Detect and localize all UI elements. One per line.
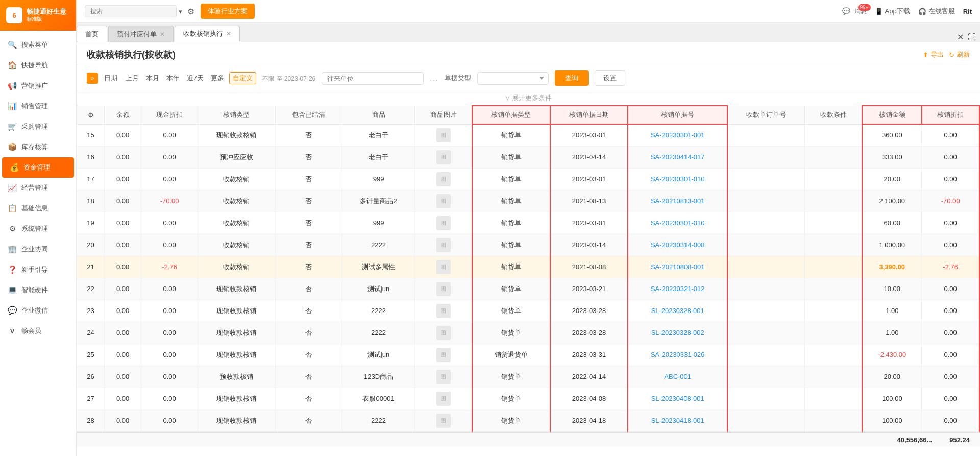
sidebar-label-quick-nav: 快捷导航 xyxy=(21,61,48,70)
cell-cancel-amount: 2,100.00 xyxy=(862,190,922,212)
cell-id: 26 xyxy=(77,366,105,388)
date-opt-this-month[interactable]: 本月 xyxy=(144,73,161,84)
tab-home[interactable]: 首页 xyxy=(77,26,107,42)
purchase-icon: 🛒 xyxy=(7,122,17,132)
cell-bill-cancel-no[interactable]: SA-20230321-012 xyxy=(628,278,727,300)
cell-bill-cancel-no[interactable]: SA-20230314-008 xyxy=(628,234,727,256)
cell-collection-condition xyxy=(805,410,862,431)
sidebar-item-finance[interactable]: 💰 资金管理 xyxy=(2,157,74,178)
date-opt-custom[interactable]: 自定义 xyxy=(229,72,256,84)
cell-bill-cancel-no[interactable]: SA-20210813-001 xyxy=(628,190,727,212)
cell-include-cleared: 否 xyxy=(275,410,342,431)
gear-icon[interactable]: ⚙ xyxy=(187,7,194,16)
cell-collection-condition xyxy=(805,388,862,410)
cell-bill-cancel-no[interactable]: SA-20230301-010 xyxy=(628,212,727,234)
table-row: 15 0.00 0.00 现销收款核销 否 老白干 图 销货单 2023-03-… xyxy=(77,124,980,146)
dropdown-arrow-icon[interactable]: ▾ xyxy=(179,8,182,15)
cell-cancel-discount: 0.00 xyxy=(922,278,979,300)
bill-type-select[interactable] xyxy=(477,72,549,85)
query-button[interactable]: 查询 xyxy=(555,70,589,86)
sidebar-item-marketing[interactable]: 📢 营销推广 xyxy=(0,76,76,96)
tab-advance[interactable]: 预付冲应付单 ✕ xyxy=(108,26,174,42)
cell-cancel-discount: -70.00 xyxy=(922,190,979,212)
cell-cancel-type: 收款核销 xyxy=(198,212,275,234)
sidebar-label-search: 搜索菜单 xyxy=(21,40,48,50)
cell-cancel-discount: 0.00 xyxy=(922,300,979,322)
sidebar-item-hardware[interactable]: 💻 智能硬件 xyxy=(0,280,76,300)
tab-collection[interactable]: 收款核销执行 ✕ xyxy=(175,26,240,42)
cell-cancel-discount: 0.00 xyxy=(922,146,979,168)
cell-bill-cancel-no[interactable]: SA-20230331-026 xyxy=(628,344,727,366)
date-opt-last-month[interactable]: 上月 xyxy=(124,73,141,84)
cell-bill-cancel-no[interactable]: SA-20230301-001 xyxy=(628,124,727,146)
cell-bill-cancel-no[interactable]: SA-20230301-010 xyxy=(628,168,727,190)
cell-collection-condition xyxy=(805,322,862,344)
cell-id: 24 xyxy=(77,322,105,344)
sidebar-item-search[interactable]: 🔍 搜索菜单 xyxy=(0,35,76,55)
sidebar-item-inventory[interactable]: 📦 库存核算 xyxy=(0,137,76,157)
cell-cancel-amount: 60.00 xyxy=(862,212,922,234)
sidebar-item-base-info[interactable]: 📋 基础信息 xyxy=(0,198,76,219)
cell-bill-cancel-no[interactable]: SA-20230414-017 xyxy=(628,146,727,168)
cell-id: 17 xyxy=(77,168,105,190)
cell-goods-image: 图 xyxy=(415,124,472,146)
cell-bill-cancel-type: 销货单 xyxy=(472,278,550,300)
close-window-button[interactable]: ✕ xyxy=(957,32,964,42)
online-service-button[interactable]: 🎧 在线客服 xyxy=(918,7,955,16)
data-table-container[interactable]: ⚙ 余额 现金折扣 核销类型 包含已结清 商品 商品图片 核销单据类型 核销单据… xyxy=(77,105,980,456)
date-opt-this-year[interactable]: 本年 xyxy=(164,73,182,84)
cell-goods: 2222 xyxy=(342,300,414,322)
sidebar-item-quick-nav[interactable]: 🏠 快捷导航 xyxy=(0,55,76,76)
sidebar-item-sales[interactable]: 📊 销售管理 xyxy=(0,96,76,116)
notifications-button[interactable]: 💬 99+ 消息 xyxy=(842,7,867,16)
sidebar-item-guide[interactable]: ❓ 新手引导 xyxy=(0,259,76,280)
sidebar-label-guide: 新手引导 xyxy=(21,265,48,274)
sidebar-item-system[interactable]: ⚙ 系统管理 xyxy=(0,219,76,239)
maximize-window-button[interactable]: ⛶ xyxy=(968,33,976,42)
cell-id: 18 xyxy=(77,190,105,212)
tab-advance-close-icon[interactable]: ✕ xyxy=(160,31,165,38)
cell-id: 22 xyxy=(77,278,105,300)
filter-expand-button[interactable]: » xyxy=(87,73,98,84)
industry-solution-button[interactable]: 体验行业方案 xyxy=(201,4,255,19)
cell-bill-cancel-type: 销货单 xyxy=(472,410,550,431)
cell-bill-cancel-no[interactable]: SL-20230408-001 xyxy=(628,388,727,410)
cell-cash-discount: -70.00 xyxy=(141,190,198,212)
cell-collection-order-no xyxy=(727,168,805,190)
date-options: 上月 本月 本年 近7天 更多 自定义 xyxy=(124,72,256,84)
col-header-settings[interactable]: ⚙ xyxy=(77,106,105,124)
date-opt-more[interactable]: 更多 xyxy=(209,73,226,84)
unit-filter-input[interactable] xyxy=(322,72,424,85)
refresh-button[interactable]: ↻ 刷新 xyxy=(949,50,970,59)
cell-bill-cancel-no[interactable]: SA-20210808-001 xyxy=(628,256,727,278)
sidebar-item-wechat[interactable]: 💬 企业微信 xyxy=(0,300,76,321)
sidebar-item-enterprise[interactable]: 🏢 企业协同 xyxy=(0,239,76,259)
settings-button[interactable]: 设置 xyxy=(595,70,625,86)
sidebar-item-member[interactable]: V 畅会员 xyxy=(0,321,76,341)
col-header-cancel-discount: 核销折扣 xyxy=(922,106,979,124)
cell-cancel-discount: -2.76 xyxy=(922,256,979,278)
online-service-label: 在线客服 xyxy=(928,7,955,16)
tab-collection-close-icon[interactable]: ✕ xyxy=(226,30,231,37)
date-opt-7days[interactable]: 近7天 xyxy=(185,73,206,84)
cell-bill-cancel-no[interactable]: ABC-001 xyxy=(628,366,727,388)
cell-bill-cancel-date: 2023-03-14 xyxy=(550,234,628,256)
cell-goods-image: 图 xyxy=(415,256,472,278)
search-input[interactable] xyxy=(85,5,177,17)
cell-collection-order-no xyxy=(727,190,805,212)
cell-cancel-type: 现销收款核销 xyxy=(198,278,275,300)
total-cancel-discount-value: 952.24 xyxy=(949,436,970,444)
cell-collection-order-no xyxy=(727,366,805,388)
sidebar-item-purchase[interactable]: 🛒 采购管理 xyxy=(0,116,76,137)
app-download-button[interactable]: 📱 App下载 xyxy=(875,7,910,16)
cell-bill-cancel-date: 2023-03-01 xyxy=(550,168,628,190)
cell-bill-cancel-no[interactable]: SL-20230328-001 xyxy=(628,300,727,322)
cell-bill-cancel-date: 2021-08-13 xyxy=(550,190,628,212)
user-profile-button[interactable]: Rit xyxy=(963,8,972,15)
cell-goods: 999 xyxy=(342,212,414,234)
sidebar-item-operations[interactable]: 📈 经营管理 xyxy=(0,178,76,198)
expand-more-bar[interactable]: ∨ 展开更多条件 xyxy=(77,91,980,105)
cell-bill-cancel-no[interactable]: SL-20230418-001 xyxy=(628,410,727,431)
cell-bill-cancel-no[interactable]: SL-20230328-002 xyxy=(628,322,727,344)
export-button[interactable]: ⬆ 导出 xyxy=(923,50,944,59)
